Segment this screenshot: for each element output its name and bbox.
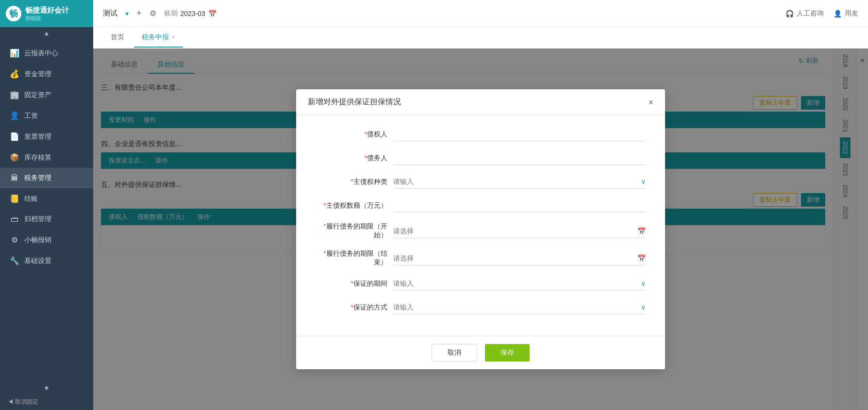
guarantee-method-input[interactable] [393,300,641,314]
guarantee-period-required-star: * [351,279,353,287]
logo-badge: 旗舰版 [25,15,69,22]
guarantee-period-label: *保证的期间 [316,279,393,288]
sidebar-unpin-btn[interactable]: ◀ 取消固定 [0,394,93,410]
main-content: 测试 ▾ + ⚙ 账期 2023-03 📅 🎧 人工咨询 👤 用友 [93,0,868,410]
logo-name: 畅捷通好会计 [25,6,69,15]
sidebar-label-invoice: 发票管理 [24,132,51,141]
period-start-calendar-icon[interactable]: 📅 [637,227,646,235]
tab-close-icon[interactable]: × [172,34,175,41]
period-label: 账期 [164,9,178,18]
guarantee-period-dropdown-icon[interactable]: ∨ [641,279,646,287]
sidebar-item-fund-mgmt[interactable]: 💰 资金管理 [0,64,93,84]
form-row-claim-type: *主债权种类 ∨ [316,175,646,189]
claim-amount-required-star: * [324,201,326,209]
modal-body: *债权人 *债务人 [296,115,665,336]
xiaochang-icon: ⚙ [10,235,19,245]
tax-mgmt-icon: 🏛 [10,174,19,182]
period-selector: 账期 2023-03 📅 [164,9,217,18]
sidebar-label-xiaochang: 小畅报销 [24,236,51,245]
content-tabs: 首页 税务申报 × [93,27,868,49]
form-row-guarantee-method: *保证的方式 ∨ [316,300,646,314]
sidebar-label-inventory: 库存核算 [24,153,51,162]
settings-gear-icon[interactable]: ⚙ [150,9,156,18]
debtor-label: *债务人 [316,154,393,163]
sidebar-scroll-down[interactable]: ▼ [0,382,93,394]
sidebar-item-cloud-report[interactable]: 📊 云报表中心 [0,43,93,64]
form-row-debtor: *债务人 [316,151,646,165]
sidebar-item-invoice-mgmt[interactable]: 📄 发票管理 [0,126,93,147]
user-button[interactable]: 👤 用友 [834,9,858,18]
guarantee-period-select-wrapper: ∨ [393,277,646,291]
sidebar-item-basic-settings[interactable]: 🔧 基础设置 [0,250,93,271]
period-start-input[interactable] [393,224,637,238]
creditor-input[interactable] [393,127,646,141]
sidebar-scroll-up[interactable]: ▲ [0,27,93,39]
add-company-button[interactable]: + [136,8,142,18]
form-row-claim-amount: *主债权数额（万元） [316,198,646,213]
debtor-input[interactable] [393,151,646,165]
sidebar-item-tax-mgmt[interactable]: 🏛 税务管理 [0,168,93,188]
sidebar-item-inventory[interactable]: 📦 库存核算 [0,147,93,168]
cancel-button[interactable]: 取消 [432,344,477,361]
sidebar-label-fixed-assets: 固定资产 [24,91,51,99]
creditor-required-star: * [365,130,367,138]
claim-type-label: *主债权种类 [316,178,393,186]
form-row-period-end: *履行债务的期限（结束） 📅 [316,249,646,267]
service-button[interactable]: 🎧 人工咨询 [785,9,824,18]
guarantee-method-dropdown-icon[interactable]: ∨ [641,303,646,311]
period-start-date-wrapper: 📅 [393,224,646,238]
modal-dialog: 新增对外提供保证担保情况 × *债权人 [296,89,665,369]
creditor-label: *债权人 [316,130,393,139]
fixed-assets-icon: 🏢 [10,90,19,99]
guarantee-method-label: *保证的方式 [316,303,393,312]
sidebar-label-payroll: 工资 [24,112,38,120]
user-icon: 👤 [834,10,842,17]
sidebar-item-payroll[interactable]: 👤 工资 [0,105,93,126]
sidebar-item-xiaochang[interactable]: ⚙ 小畅报销 [0,230,93,250]
topbar: 测试 ▾ + ⚙ 账期 2023-03 📅 🎧 人工咨询 👤 用友 [93,0,868,27]
debtor-required-star: * [365,154,367,162]
sidebar-item-fixed-assets[interactable]: 🏢 固定资产 [0,84,93,105]
tab-tax-report-label: 税务申报 [142,33,169,42]
sidebar-label-cloud-report: 云报表中心 [24,49,58,58]
period-end-input[interactable] [393,251,637,265]
form-row-guarantee-period: *保证的期间 ∨ [316,277,646,291]
company-dropdown-icon[interactable]: ▾ [125,10,129,17]
guarantee-method-required-star: * [351,303,353,311]
page-area: ↻ 刷新 基础信息 其他信息 三、有限责任公司本年度... 复制上年度 新增 [93,49,868,410]
sidebar-item-archive[interactable]: 🗃 归档管理 [0,209,93,230]
tab-home[interactable]: 首页 [103,28,132,48]
claim-type-select-wrapper: ∨ [393,175,646,189]
settlement-icon: 📒 [10,194,19,203]
claim-type-input[interactable] [393,175,641,188]
claim-amount-input[interactable] [393,198,646,213]
save-button[interactable]: 保存 [485,344,530,361]
period-calendar-icon[interactable]: 📅 [208,10,217,17]
form-row-creditor: *债权人 [316,127,646,141]
modal-close-button[interactable]: × [648,98,653,107]
period-value: 2023-03 [181,10,205,17]
logo-icon: 畅 [6,6,21,21]
period-end-calendar-icon[interactable]: 📅 [637,254,646,262]
guarantee-period-input[interactable] [393,277,641,290]
period-start-required-star: * [324,222,326,230]
payroll-icon: 👤 [10,111,19,120]
claim-type-dropdown-icon[interactable]: ∨ [641,178,646,185]
fund-mgmt-icon: 💰 [10,69,19,79]
claim-amount-label: *主债权数额（万元） [316,201,393,210]
tab-tax-report[interactable]: 税务申报 × [134,28,183,48]
sidebar-item-settlement[interactable]: 📒 结账 [0,188,93,209]
sidebar-label-settlement: 结账 [24,195,38,203]
modal-footer: 取消 保存 [296,336,665,369]
period-end-required-star: * [324,249,326,257]
sidebar-label-fund-mgmt: 资金管理 [24,70,51,79]
sidebar-label-archive: 归档管理 [24,215,51,224]
sidebar: 畅 畅捷通好会计 旗舰版 ▲ 📊 云报表中心 💰 资金管理 🏢 固定资产 👤 [0,0,93,410]
period-end-date-wrapper: 📅 [393,251,646,265]
modal-header: 新增对外提供保证担保情况 × [296,89,665,115]
modal-overlay: 新增对外提供保证担保情况 × *债权人 [93,49,868,410]
sidebar-label-tax-mgmt: 税务管理 [24,174,51,182]
claim-type-required-star: * [351,178,353,185]
form-row-period-start: *履行债务的期限（开始） 📅 [316,222,646,240]
guarantee-method-select-wrapper: ∨ [393,300,646,314]
